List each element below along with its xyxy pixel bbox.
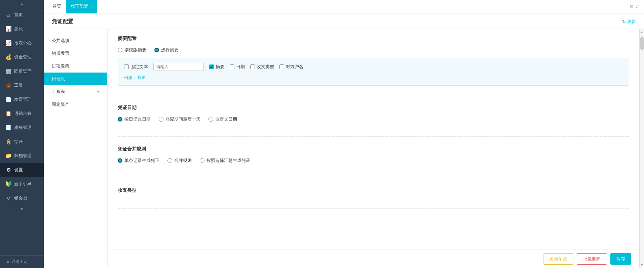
close-accounts-icon: 🔒 xyxy=(5,139,11,145)
archive-icon: 📁 xyxy=(5,153,11,159)
checkbox-fixed-text-input[interactable] xyxy=(124,64,129,69)
voucher-date-radio-journal-label: 按日记账日期 xyxy=(124,116,151,122)
checkbox-payment-type-input[interactable] xyxy=(250,64,255,69)
summary-radio-select[interactable]: 选择摘要 xyxy=(154,47,179,53)
sidebar-item-funds[interactable]: 💰 资金管理 xyxy=(0,50,44,64)
merge-rule-radio-select-merge[interactable]: 按照选择汇总生成凭证 xyxy=(200,158,250,164)
checkbox-summary[interactable]: 摘要 xyxy=(209,64,224,70)
left-nav-purchase-invoice[interactable]: 进项发票 xyxy=(44,60,107,73)
sidebar-item-home-label: 首页 xyxy=(14,12,23,18)
payment-type-title: 收支类型 xyxy=(118,187,629,193)
body-layout: 公共选项 销项发票 进项发票 日记账 工资表 ▾ 固定资产 xyxy=(44,29,644,268)
refresh-button[interactable]: ↻ 刷新 xyxy=(622,19,636,25)
tab-voucher[interactable]: 凭证配置 × xyxy=(66,0,97,13)
page-title: 凭证配置 xyxy=(52,18,73,25)
window-resize-button[interactable]: ⤢ xyxy=(636,3,640,10)
example-prefix: 例如： xyxy=(124,75,136,80)
voucher-date-radio-custom[interactable]: 自定义日期 xyxy=(209,116,237,122)
fixed-text-input[interactable] xyxy=(153,63,204,71)
merge-rule-radio-single[interactable]: 单条记录生成凭证 xyxy=(118,158,159,164)
sidebar-item-home[interactable]: ⌂ 首页 xyxy=(0,8,44,22)
scrollbar-thumb[interactable] xyxy=(640,37,644,50)
left-nav: 公共选项 销项发票 进项发票 日记账 工资表 ▾ 固定资产 xyxy=(44,29,108,268)
checkbox-summary-input[interactable] xyxy=(209,64,214,69)
batch-delete-button[interactable]: 批量删除 xyxy=(577,253,607,265)
left-nav-journal[interactable]: 日记账 xyxy=(44,73,107,85)
sidebar-item-salary[interactable]: 💼 工资 xyxy=(0,78,44,92)
checkbox-summary-label: 摘要 xyxy=(216,64,224,70)
sidebar-item-salary-label: 工资 xyxy=(14,82,23,88)
checkbox-date-input[interactable] xyxy=(230,64,234,69)
main-area: 首页 凭证配置 × × ⤢ 凭证配置 ↻ 刷新 公共选项 xyxy=(44,0,644,268)
summary-radio-template[interactable]: 按模版摘要 xyxy=(118,47,146,53)
merge-rule-radio-single-input[interactable] xyxy=(118,158,122,163)
sidebar-item-report-label: 报表中心 xyxy=(14,40,32,46)
window-close-button[interactable]: × xyxy=(630,4,633,10)
summary-section-title: 摘要配置 xyxy=(118,36,629,42)
scrollbar-up-arrow[interactable]: ▲ xyxy=(640,29,644,35)
sidebar-item-vip[interactable]: V 畅会员 xyxy=(0,191,44,205)
sidebar-item-close[interactable]: 🔒 结账 xyxy=(0,135,44,149)
tab-voucher-close[interactable]: × xyxy=(90,4,92,8)
checkbox-payment-type[interactable]: 收支类型 xyxy=(250,64,274,70)
page-scrollbar: ▲ ▼ xyxy=(639,29,644,268)
sidebar-scroll-up[interactable]: ▲ xyxy=(0,0,44,8)
voucher-date-radio-period-input[interactable] xyxy=(159,117,163,122)
summary-radio-template-input[interactable] xyxy=(118,48,122,52)
ledger-icon: 📊 xyxy=(5,26,11,32)
checkbox-fixed-text[interactable]: 固定文本 xyxy=(124,64,148,70)
chevron-down-icon: ▾ xyxy=(97,90,99,94)
voucher-date-section: 凭证日期 按日记账日期 对应期间最后一天 xyxy=(118,105,629,137)
sidebar-unpin-button[interactable]: ◄ 取消固定 xyxy=(0,255,44,268)
summary-example: 例如： 摘要 xyxy=(124,75,623,81)
sidebar-item-guide[interactable]: 🔰 新手引导 xyxy=(0,177,44,191)
tax-icon: 📑 xyxy=(5,125,11,131)
merge-rule-radio-select-merge-input[interactable] xyxy=(200,158,204,163)
left-nav-fixed-assets[interactable]: 固定资产 xyxy=(44,98,107,111)
sidebar-item-report[interactable]: 📈 报表中心 xyxy=(0,36,44,50)
left-nav-public[interactable]: 公共选项 xyxy=(44,34,107,47)
tab-home-label: 首页 xyxy=(52,3,61,9)
sidebar: ▲ ⌂ 首页 📊 总账 📈 报表中心 💰 资金管理 🏢 固定资产 💼 工资 📄 … xyxy=(0,0,44,268)
scrollbar-down-arrow[interactable]: ▼ xyxy=(640,262,644,268)
pin-icon: ◄ xyxy=(5,260,9,264)
content-area: 凭证配置 ↻ 刷新 公共选项 销项发票 进项发票 日记账 xyxy=(44,13,644,268)
voucher-date-radio-period[interactable]: 对应期间最后一天 xyxy=(159,116,200,122)
checkbox-date[interactable]: 日期 xyxy=(230,64,245,70)
voucher-date-radio-journal[interactable]: 按日记账日期 xyxy=(118,116,151,122)
sidebar-item-tax[interactable]: 📑 税务管理 xyxy=(0,121,44,135)
sidebar-item-reconcile-label: 进销台账 xyxy=(14,110,32,117)
assets-icon: 🏢 xyxy=(5,68,11,74)
sidebar-item-assets[interactable]: 🏢 固定资产 xyxy=(0,64,44,78)
salary-icon: 💼 xyxy=(5,82,11,88)
sidebar-item-settings[interactable]: ⚙ 设置 xyxy=(0,163,44,177)
checkbox-counterparty-input[interactable] xyxy=(279,64,284,69)
sidebar-item-ledger[interactable]: 📊 总账 xyxy=(0,22,44,36)
update-preview-button[interactable]: 更新预览 xyxy=(543,253,573,265)
tab-home[interactable]: 首页 xyxy=(48,0,66,13)
sidebar-item-archive[interactable]: 📁 归档管理 xyxy=(0,149,44,163)
left-nav-sales-invoice[interactable]: 销项发票 xyxy=(44,47,107,60)
summary-radio-select-input[interactable] xyxy=(154,48,159,52)
tab-bar: 首页 凭证配置 × × ⤢ xyxy=(44,0,644,13)
checkbox-fixed-text-label: 固定文本 xyxy=(130,64,148,70)
sidebar-item-vip-label: 畅会员 xyxy=(14,195,27,201)
left-nav-sales-invoice-label: 销项发票 xyxy=(52,50,69,56)
sidebar-item-invoice-mgmt[interactable]: 📄 发票管理 xyxy=(0,92,44,106)
merge-rule-radio-merge-input[interactable] xyxy=(167,158,172,163)
left-nav-payroll[interactable]: 工资表 ▾ xyxy=(44,85,107,98)
merge-rule-radio-select-merge-label: 按照选择汇总生成凭证 xyxy=(206,158,250,164)
reconcile-icon: 📋 xyxy=(5,110,11,117)
sidebar-item-invoice-mgmt-label: 发票管理 xyxy=(14,96,32,102)
sidebar-item-reconcile[interactable]: 📋 进销台账 xyxy=(0,106,44,121)
sidebar-bottom-label: 取消固定 xyxy=(11,259,28,265)
left-nav-public-label: 公共选项 xyxy=(52,38,69,44)
checkbox-counterparty[interactable]: 对方户名 xyxy=(279,64,303,70)
right-content: 摘要配置 按模版摘要 选择摘要 xyxy=(108,29,639,250)
merge-rule-radio-merge[interactable]: 合并规则 xyxy=(167,158,192,164)
example-value: 摘要 xyxy=(138,75,146,80)
voucher-date-radio-custom-input[interactable] xyxy=(209,117,213,122)
voucher-date-radio-journal-input[interactable] xyxy=(118,117,122,122)
sidebar-scroll-down[interactable]: ▼ xyxy=(0,205,44,213)
save-button[interactable]: 保存 xyxy=(610,253,631,265)
